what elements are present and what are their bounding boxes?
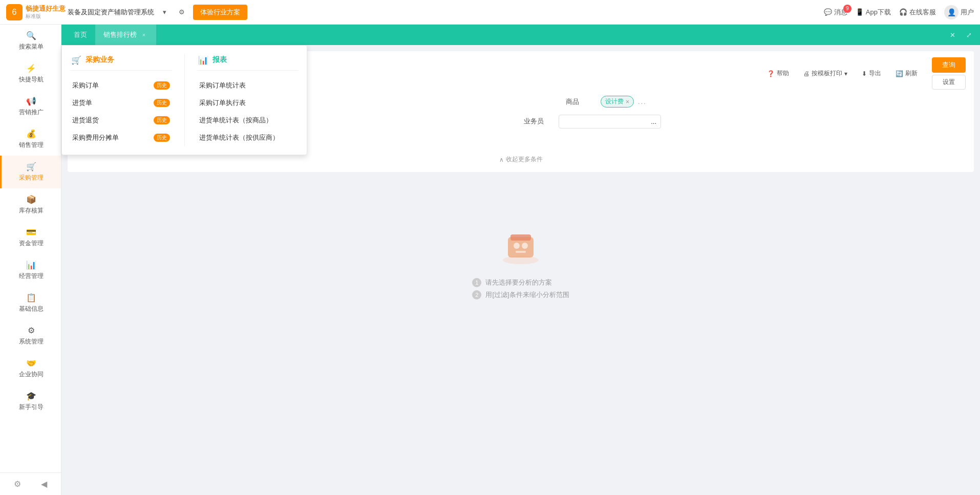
sidebar-item-label: 系统管理	[19, 337, 44, 346]
app-download-btn[interactable]: 📱 App下载	[856, 8, 891, 17]
query-button[interactable]: 查询	[932, 57, 966, 73]
help-icon: ❓	[767, 70, 775, 77]
sidebar-item-sales[interactable]: 💰 销售管理	[0, 123, 61, 156]
menu-item-return[interactable]: 进货退货 历史	[70, 112, 172, 129]
refresh-icon: 🔄	[896, 70, 903, 77]
sidebar-item-purchase[interactable]: 🛒 采购管理	[0, 156, 61, 188]
settings-button[interactable]: 设置	[932, 75, 966, 90]
industry-btn[interactable]: 体验行业方案	[193, 5, 247, 20]
sidebar-item-search-menu[interactable]: 🔍 搜索菜单	[0, 25, 61, 57]
refresh-btn[interactable]: 🔄 刷新	[891, 57, 922, 90]
menu-item-po-stat[interactable]: 采购订单统计表	[197, 77, 299, 94]
tab-bar-right: ✕ ⤢	[945, 28, 976, 42]
top-header: 6 畅捷通好生意 标准版 装备及固定资产辅助管理系统 ▾ ⚙ 体验行业方案 💬 …	[0, 0, 980, 25]
sidebar-settings-icon[interactable]: ⚙	[14, 479, 21, 489]
sidebar-item-marketing[interactable]: 📢 营销推广	[0, 90, 61, 123]
basic-info-icon: 📋	[26, 293, 36, 303]
search-menu-icon: 🔍	[26, 31, 36, 40]
empty-tip-1: 1 请先选择要分析的方案	[472, 278, 569, 287]
tab-sales-rank[interactable]: 销售排行榜 ×	[95, 25, 156, 45]
sidebar-item-operation[interactable]: 📊 经营管理	[0, 254, 61, 287]
report-col-title-text: 报表	[212, 55, 227, 64]
user-label: 用户	[961, 8, 974, 17]
menu-item-receipt-stat-supplier-label: 进货单统计表（按供应商）	[199, 133, 279, 142]
quick-nav-icon: ⚡	[26, 63, 36, 73]
tab-sales-rank-label: 销售排行榜	[103, 30, 137, 39]
sidebar-item-quick-nav[interactable]: ⚡ 快捷导航	[0, 57, 61, 90]
purchase-dropdown-menu: 🛒 采购业务 采购订单 历史 进货单 历史 进货退货 历史 采购费用分摊单 历史	[61, 45, 307, 155]
purchase-col-title-text: 采购业务	[86, 55, 114, 64]
goods-tag-close[interactable]: ×	[626, 98, 629, 105]
sidebar-bottom: ⚙ ◀	[0, 472, 61, 495]
menu-item-expense[interactable]: 采购费用分摊单 历史	[70, 129, 172, 146]
empty-illustration	[495, 219, 546, 272]
sidebar-item-label: 资金管理	[19, 239, 44, 248]
user-btn[interactable]: 👤 用户	[944, 5, 974, 19]
system-title: 装备及固定资产辅助管理系统	[68, 8, 154, 17]
print-icon: 🖨	[803, 70, 809, 77]
sidebar-item-enterprise[interactable]: 🤝 企业协同	[0, 352, 61, 385]
sidebar-item-label: 新手引导	[19, 403, 44, 412]
system-settings-btn[interactable]: ⚙	[175, 5, 189, 19]
sidebar-item-inventory[interactable]: 📦 库存核算	[0, 188, 61, 221]
tab-close-all-btn[interactable]: ✕	[945, 28, 960, 42]
message-badge: 9	[843, 5, 851, 13]
menu-item-receipt-stat-goods[interactable]: 进货单统计表（按商品）	[197, 112, 299, 129]
sidebar-item-label: 基础信息	[19, 305, 44, 313]
goods-tag: 设计费 ×	[601, 96, 634, 107]
print-dropdown-icon: ▾	[844, 70, 847, 77]
export-btn[interactable]: ⬇ 导出	[858, 57, 885, 90]
purchase-col: 🛒 采购业务 采购订单 历史 进货单 历史 进货退货 历史 采购费用分摊单 历史	[70, 54, 172, 146]
menu-item-receipt[interactable]: 进货单 历史	[70, 94, 172, 112]
sidebar-item-capital[interactable]: 💳 资金管理	[0, 221, 61, 254]
header-center: 装备及固定资产辅助管理系统 ▾ ⚙ 体验行业方案	[68, 5, 824, 20]
sidebar-item-label: 采购管理	[19, 174, 44, 182]
menu-item-po-label: 采购订单	[72, 81, 99, 90]
print-btn[interactable]: 🖨 按模板打印 ▾	[799, 57, 851, 90]
sidebar-collapse-icon[interactable]: ◀	[41, 479, 47, 489]
dropdown-divider	[184, 54, 185, 146]
goods-dots[interactable]: ...	[638, 98, 647, 105]
logo-icon: 6	[6, 4, 23, 20]
empty-state: 1 请先选择要分析的方案 2 用[过滤]条件来缩小分析范围	[68, 178, 974, 340]
menu-item-receipt-stat-goods-label: 进货单统计表（按商品）	[199, 116, 272, 125]
tab-close-btn[interactable]: ×	[140, 31, 148, 39]
avatar: 👤	[944, 5, 958, 19]
empty-tip-2-text: 用[过滤]条件来缩小分析范围	[485, 290, 569, 299]
online-service-label: 在线客服	[909, 8, 936, 17]
tab-maximize-btn[interactable]: ⤢	[962, 28, 976, 42]
operation-icon: 📊	[26, 260, 36, 270]
menu-item-return-label: 进货退货	[72, 116, 99, 125]
sidebar-item-newbie[interactable]: 🎓 新手引导	[0, 385, 61, 418]
online-service-btn[interactable]: 🎧 在线客服	[899, 8, 936, 17]
main-layout: 🔍 搜索菜单 ⚡ 快捷导航 📢 营销推广 💰 销售管理 🛒 采购管理 📦 库存核…	[0, 25, 980, 495]
collapse-btn[interactable]: ∧ 收起更多条件	[499, 153, 543, 166]
menu-item-po[interactable]: 采购订单 历史	[70, 77, 172, 94]
salesman-select[interactable]: ...	[559, 115, 661, 128]
brand-name: 畅捷通好生意	[26, 5, 66, 13]
tab-home[interactable]: 首页	[66, 25, 95, 45]
menu-item-po-history: 历史	[154, 81, 170, 90]
newbie-icon: 🎓	[26, 391, 36, 401]
menu-item-receipt-stat-supplier[interactable]: 进货单统计表（按供应商）	[197, 129, 299, 146]
menu-item-po-stat-label: 采购订单统计表	[199, 81, 246, 90]
message-btn[interactable]: 💬 消息 9	[824, 8, 847, 17]
empty-tips: 1 请先选择要分析的方案 2 用[过滤]条件来缩小分析范围	[472, 278, 569, 299]
sidebar-item-basic-info[interactable]: 📋 基础信息	[0, 287, 61, 319]
salesman-label: 业务员	[524, 117, 555, 126]
menu-item-return-history: 历史	[154, 116, 170, 124]
refresh-label: 刷新	[905, 69, 918, 78]
enterprise-icon: 🤝	[26, 358, 36, 368]
salesman-dots: ...	[651, 118, 656, 125]
menu-item-po-exec[interactable]: 采购订单执行表	[197, 94, 299, 112]
sidebar-item-system[interactable]: ⚙ 系统管理	[0, 319, 61, 352]
sidebar-item-label: 快捷导航	[19, 75, 44, 84]
menu-item-receipt-history: 历史	[154, 99, 170, 107]
svg-point-4	[522, 243, 528, 249]
empty-tip-2: 2 用[过滤]条件来缩小分析范围	[472, 290, 569, 299]
system-dropdown-btn[interactable]: ▾	[158, 6, 171, 18]
tab-home-label: 首页	[74, 30, 87, 39]
help-btn[interactable]: ❓ 帮助	[763, 57, 793, 90]
logo-area: 6 畅捷通好生意 标准版	[6, 4, 68, 20]
sidebar-item-label: 库存核算	[19, 206, 44, 215]
